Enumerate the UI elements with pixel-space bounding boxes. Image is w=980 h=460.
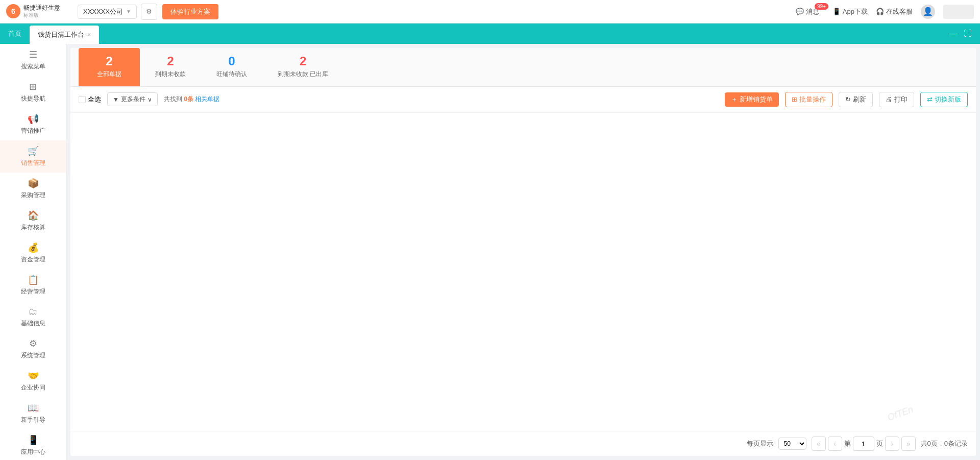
stat-tab-pending[interactable]: 0 旺铺待确认 [201, 48, 262, 86]
tab-maximize-icon[interactable]: ⛶ [964, 29, 972, 38]
page-unit: 页 [876, 439, 883, 448]
tab-workbench[interactable]: 钱货日清工作台 × [30, 26, 99, 44]
experience-button[interactable]: 体验行业方案 [162, 4, 218, 19]
service-icon: 🎧 [876, 8, 884, 15]
stats-tabs: 2 全部单据 2 到期未收款 0 旺铺待确认 2 到期未收款 已出库 [70, 48, 976, 87]
pagination-bar: 每页显示 50 20 100 « ‹ 第 页 [70, 431, 976, 456]
online-service-button[interactable]: 🎧 在线客服 [876, 7, 913, 16]
batch-icon: ⊞ [792, 95, 797, 103]
content-inner: 2 全部单据 2 到期未收款 0 旺铺待确认 2 到期未收款 已出库 [70, 48, 976, 456]
refresh-button[interactable]: ↻ 刷新 [839, 92, 873, 107]
refresh-icon: ↻ [845, 95, 851, 103]
main-layout: ☰ 搜索菜单 ⊞ 快捷导航 📢 营销推广 🛒 销售管理 📦 采购管理 🏠 库存核… [0, 44, 980, 460]
tab-minimize-icon[interactable]: — [949, 29, 958, 38]
next-page-button[interactable]: › [885, 437, 899, 451]
message-button[interactable]: 💬 消息 99+ [796, 7, 824, 16]
stat-tab-overdue[interactable]: 2 到期未收款 [140, 48, 201, 86]
company-selector[interactable]: XXXXXX公司 ▼ [78, 5, 137, 19]
checkbox-icon [79, 96, 86, 103]
tab-workbench-label: 钱货日清工作台 [38, 30, 84, 39]
inventory-icon: 🏠 [28, 210, 39, 221]
found-prefix: 共找到 [164, 95, 182, 103]
sidebar-item-operations[interactable]: 📋 经营管理 [0, 269, 66, 301]
toolbar: 全选 ▼ 更多条件 ∨ 共找到 0条 相关单据 ＋ 新增销货单 [70, 87, 976, 113]
filter-arrow-icon: ∨ [148, 96, 152, 103]
last-page-icon: » [906, 440, 911, 448]
app-download-button[interactable]: 📱 App下载 [832, 7, 868, 16]
basic-info-icon: 🗂 [29, 306, 38, 317]
add-sale-button[interactable]: ＋ 新增销货单 [725, 92, 779, 107]
stat-tab-shipped[interactable]: 2 到期未收款 已出库 [262, 48, 344, 86]
found-text: 共找到 0条 相关单据 [164, 95, 219, 104]
first-page-button[interactable]: « [812, 437, 826, 451]
switch-icon: ⇄ [927, 95, 933, 103]
company-name: XXXXXX公司 [83, 7, 123, 16]
total-info: 共0页，0条记录 [921, 439, 968, 448]
sidebar-item-quick-nav[interactable]: ⊞ 快捷导航 [0, 76, 66, 108]
sidebar-item-guide[interactable]: 📖 新手引导 [0, 397, 66, 429]
batch-operation-button[interactable]: ⊞ 批量操作 [785, 92, 832, 107]
tab-home-label: 首页 [8, 29, 21, 38]
app-center-icon: 📱 [28, 434, 39, 446]
found-link[interactable]: 相关单据 [195, 95, 219, 103]
sidebar-label-app-center: 应用中心 [21, 448, 45, 456]
sidebar-label-system: 系统管理 [21, 351, 45, 360]
sidebar-label-finance: 资金管理 [21, 255, 45, 264]
tab-bar-actions: — ⛶ [949, 29, 980, 38]
sidebar-item-purchase[interactable]: 📦 采购管理 [0, 173, 66, 205]
stat-tab-all[interactable]: 2 全部单据 [79, 48, 140, 86]
logo-area: 6 畅捷通好生意 标准版 [6, 4, 72, 18]
filter-button[interactable]: ▼ 更多条件 ∨ [107, 92, 158, 106]
message-badge: 99+ [815, 3, 828, 10]
prev-page-button[interactable]: ‹ [828, 437, 842, 451]
stat-count-all: 2 [106, 54, 112, 69]
sidebar-item-finance[interactable]: 💰 资金管理 [0, 237, 66, 269]
switch-version-button[interactable]: ⇄ 切换新版 [920, 92, 968, 107]
sidebar-item-marketing[interactable]: 📢 营销推广 [0, 108, 66, 140]
sidebar-label-marketing: 营销推广 [21, 127, 45, 135]
purchase-icon: 📦 [28, 178, 39, 189]
quick-nav-icon: ⊞ [29, 81, 37, 92]
finance-icon: 💰 [28, 242, 39, 253]
tab-home[interactable]: 首页 [0, 23, 30, 44]
sidebar-label-search-menu: 搜索菜单 [21, 62, 45, 71]
sidebar-label-enterprise-collab: 企业协同 [21, 383, 45, 392]
avatar[interactable]: 👤 [921, 5, 935, 19]
app-download-label: App下载 [843, 7, 868, 16]
content-area: 2 全部单据 2 到期未收款 0 旺铺待确认 2 到期未收款 已出库 [66, 44, 980, 460]
stat-label-shipped: 到期未收款 已出库 [278, 70, 328, 79]
sidebar-item-basic-info[interactable]: 🗂 基础信息 [0, 301, 66, 333]
stat-count-pending: 0 [228, 54, 235, 69]
sidebar-item-inventory[interactable]: 🏠 库存核算 [0, 205, 66, 237]
last-page-button[interactable]: » [901, 437, 916, 451]
print-button[interactable]: 🖨 打印 [879, 92, 914, 107]
sidebar-label-inventory: 库存核算 [21, 223, 45, 232]
sidebar-item-enterprise-collab[interactable]: 🤝 企业协同 [0, 365, 66, 397]
logo-icon: 6 [6, 4, 20, 18]
sidebar-label-sales: 销售管理 [21, 159, 45, 167]
sidebar-label-purchase: 采购管理 [21, 191, 45, 200]
download-icon: 📱 [832, 8, 841, 15]
filter-icon: ▼ [113, 96, 119, 103]
switch-btn-label: 切换新版 [935, 95, 961, 104]
page-size-select[interactable]: 50 20 100 [778, 438, 806, 450]
page-number-input[interactable] [853, 437, 874, 451]
select-all-checkbox[interactable]: 全选 [79, 95, 101, 104]
refresh-btn-label: 刷新 [853, 95, 866, 104]
stat-label-overdue: 到期未收款 [155, 70, 186, 79]
marketing-icon: 📢 [28, 113, 39, 125]
tab-close-icon[interactable]: × [87, 31, 91, 38]
gear-icon: ⚙ [146, 8, 152, 15]
settings-button[interactable]: ⚙ [141, 4, 157, 20]
enterprise-collab-icon: 🤝 [28, 370, 39, 381]
sidebar-item-system[interactable]: ⚙ 系统管理 [0, 333, 66, 365]
operations-icon: 📋 [28, 274, 39, 285]
sidebar-item-sales[interactable]: 🛒 销售管理 [0, 140, 66, 173]
sidebar-item-search-menu[interactable]: ☰ 搜索菜单 [0, 44, 66, 76]
sales-icon: 🛒 [28, 146, 39, 157]
logo-title: 畅捷通好生意 [23, 4, 60, 11]
sidebar-item-app-center[interactable]: 📱 应用中心 [0, 429, 66, 460]
avatar-icon: 👤 [923, 7, 933, 16]
username-area[interactable] [943, 5, 974, 19]
top-header: 6 畅捷通好生意 标准版 XXXXXX公司 ▼ ⚙ 体验行业方案 💬 消息 99… [0, 0, 980, 23]
